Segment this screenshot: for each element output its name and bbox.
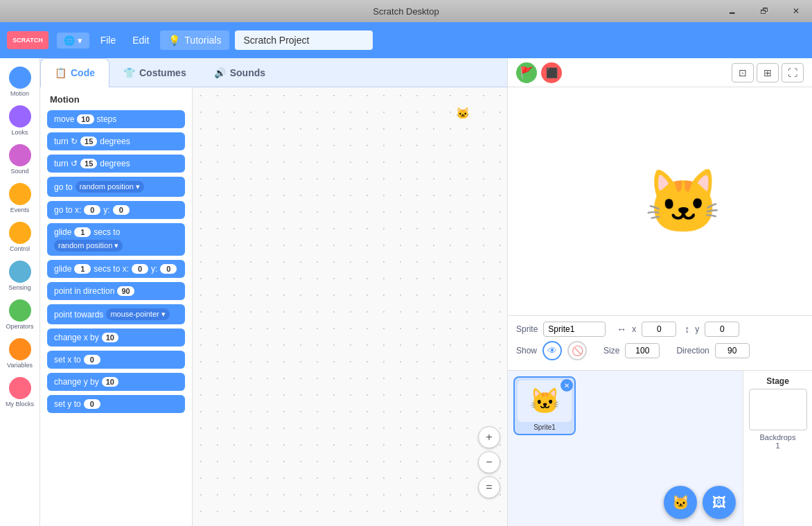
y-label: y [695,324,699,334]
block-9[interactable]: change x by 10 [47,328,185,347]
logo[interactable]: SCRATCH [7,31,48,49]
sensing-label: Sensing [8,284,31,291]
block-11[interactable]: change y by 10 [47,373,185,391]
block-text-9: change x by [54,333,99,342]
sprite-thumb-0[interactable]: ✕ 🐱 Sprite1 [513,376,576,435]
variables-dot [9,338,31,360]
motion-label: Motion [10,90,29,97]
sprite-cat: 🐱 [644,165,722,238]
block-6[interactable]: glide 1 secs to x: 0 y: 0 [47,260,185,278]
code-area[interactable]: 🐱 + − = [193,87,507,526]
stage-small-button[interactable]: ⊡ [732,63,754,82]
y-value-input[interactable] [705,322,739,337]
add-sprite-button[interactable]: 🐱 [664,486,697,519]
sidebar-item-my_blocks[interactable]: My Blocks [1,374,39,410]
sidebar-item-variables[interactable]: Variables [1,335,39,371]
block-5[interactable]: glide 1 secs to random position ▾ [47,223,185,256]
project-name-input[interactable] [235,30,373,50]
tab-costumes[interactable]: 👕 Costumes [109,58,200,87]
operators-label: Operators [6,323,33,330]
app: SCRATCH 🌐 ▾ File Edit 💡 Tutorials Motion… [0,22,812,526]
stage-controls: 🚩 ⬛ ⊡ ⊞ ⛶ [508,58,812,87]
file-menu[interactable]: File [95,32,122,49]
zoom-in-button[interactable]: + [478,426,500,448]
stage-fullscreen-button[interactable]: ⛶ [782,63,804,82]
stage-area: 🚩 ⬛ ⊡ ⊞ ⛶ 🐱 Sprite ↔ x [507,58,812,526]
sidebar-item-motion[interactable]: Motion [1,64,39,100]
block-text-2: turn ↺ [54,159,78,168]
x-arrow-icon: ↔ [617,324,626,335]
playback-controls: 🚩 ⬛ [516,62,562,83]
block-text-10: set x to [54,355,81,365]
block-text-5: glide [54,227,71,237]
close-button[interactable]: ✕ [780,0,812,22]
stage-view-buttons: ⊡ ⊞ ⛶ [732,63,804,82]
block-1[interactable]: turn ↻ 15 degrees [47,132,185,150]
edit-menu[interactable]: Edit [127,32,155,49]
show-toggle-off[interactable]: 🚫 [567,341,587,360]
code-tab-label: Code [71,67,95,78]
sidebar-item-looks[interactable]: Looks [1,103,39,139]
sprite-name-input[interactable] [543,322,606,337]
show-label: Show [516,346,537,356]
menubar: SCRATCH 🌐 ▾ File Edit 💡 Tutorials [0,22,812,58]
blocks-editor: Motion move 10 stepsturn ↻ 15 degreestur… [40,87,507,526]
costumes-tab-label: Costumes [139,67,186,78]
control-dot [9,222,31,244]
sidebar-item-sound[interactable]: Sound [1,141,39,177]
block-12[interactable]: set y to 0 [47,395,185,413]
direction-input[interactable] [715,343,750,358]
sprite-label: Sprite [516,324,538,334]
block-10[interactable]: set x to 0 [47,351,185,369]
sounds-tab-icon: 🔊 [214,67,226,78]
stop-button[interactable]: ⬛ [541,62,562,83]
direction-label: Direction [676,346,709,356]
stage-panel: Stage Backdrops 1 [743,371,812,526]
zoom-out-button[interactable]: − [478,451,500,473]
my_blocks-label: My Blocks [6,401,34,407]
sidebar-item-events[interactable]: Events [1,180,39,216]
sidebar-item-operators[interactable]: Operators [1,297,39,333]
x-value-input[interactable] [642,322,676,337]
minimize-button[interactable]: 🗕 [716,0,748,22]
sprite-delete-0[interactable]: ✕ [561,379,573,392]
sensing-dot [9,261,31,283]
zoom-reset-button[interactable]: = [478,476,500,498]
maximize-button[interactable]: 🗗 [748,0,780,22]
tutorials-button[interactable]: 💡 Tutorials [160,30,229,50]
title-text: Scratch Desktop [373,6,439,17]
green-flag-button[interactable]: 🚩 [516,62,537,83]
language-button[interactable]: 🌐 ▾ [57,33,89,49]
operators-dot [9,299,31,322]
tab-sounds[interactable]: 🔊 Sounds [200,58,279,87]
sprite-info-row-1: Sprite ↔ x ↕ y [516,322,804,337]
block-3[interactable]: go to random position ▾ [47,177,185,197]
block-7[interactable]: point in direction 90 [47,282,185,300]
sidebar-item-control[interactable]: Control [1,219,39,255]
costumes-tab-icon: 👕 [123,67,135,78]
tab-code[interactable]: 📋 Code [40,58,109,87]
stage-mini-canvas[interactable] [749,389,807,430]
my_blocks-dot [9,377,31,399]
tutorials-label: Tutorials [184,35,221,46]
events-dot [9,183,31,205]
editor: 📋 Code 👕 Costumes 🔊 Sounds Motion [40,58,507,526]
sidebar-item-sensing[interactable]: Sensing [1,258,39,294]
block-4[interactable]: go to x: 0 y: 0 [47,201,185,219]
stage-panel-label: Stage [766,376,789,386]
block-8[interactable]: point towards mouse-pointer ▾ [47,304,185,324]
scratch-logo: SCRATCH [7,31,48,49]
size-input[interactable] [625,343,660,358]
variables-label: Variables [7,362,33,369]
block-text-7: point in direction [54,286,114,296]
add-backdrop-button[interactable]: 🖼 [703,486,736,519]
block-2[interactable]: turn ↺ 15 degrees [47,155,185,173]
blocks-palette: Motion move 10 stepsturn ↻ 15 degreestur… [40,87,193,526]
show-toggle-on[interactable]: 👁 [542,341,562,360]
y-arrow-icon: ↕ [685,324,689,335]
stage-normal-button[interactable]: ⊞ [757,63,779,82]
block-text-0: move [54,114,74,124]
sprites-panel: ✕ 🐱 Sprite1 Stage Backdrops 1 🐱 🖼 [508,371,812,526]
control-label: Control [10,245,30,252]
block-0[interactable]: move 10 steps [47,110,185,128]
